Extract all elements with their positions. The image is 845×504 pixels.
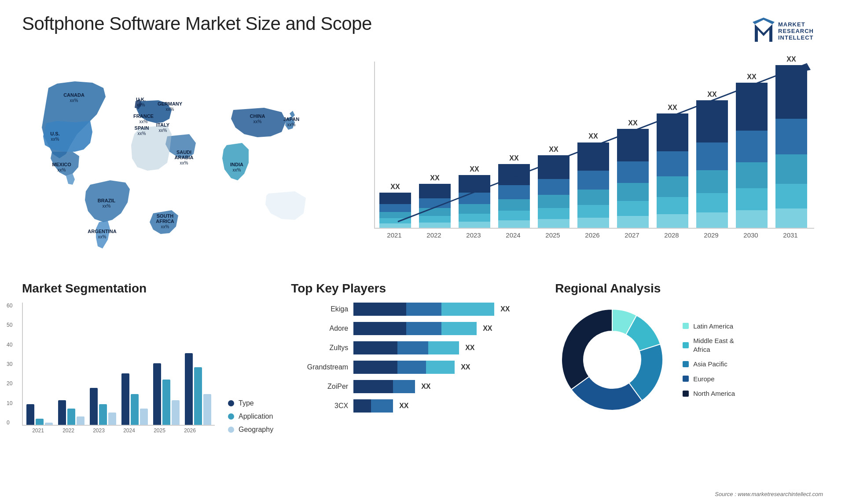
bar-segment [538,219,569,228]
regional-legend-item: Asia Pacific [683,360,735,369]
bar-segment [419,184,451,198]
bar-group-2027: XX [617,119,649,228]
seg-bar [203,394,211,425]
world-map-svg: CANADA xx% U.S. xx% MEXICO xx% BRAZIL xx… [22,57,330,268]
seg-x-labels: 202120222023202420252026 [22,427,215,434]
bar-segment [459,175,490,193]
bar-top-label-2025: XX [549,146,558,153]
player-xx-label: XX [500,305,510,313]
regional-legend-dot [683,361,689,367]
seg-bar-group-2025 [153,363,180,425]
bar-segment [419,216,451,223]
bar-segment [419,223,451,228]
player-bar-container: XX [353,341,474,354]
svg-text:ARGENTINA: ARGENTINA [88,229,116,234]
regional-title: Regional Analysis [555,281,823,296]
seg-y-10: 10 [7,400,12,406]
regional-legend-item: Latin America [683,322,735,331]
seg-bar [194,367,202,425]
player-name: 3CX [291,402,348,410]
svg-text:xx%: xx% [161,224,169,229]
bar-group-2025: XX [538,146,569,228]
bar-segment [577,171,609,190]
bar-chart-area: XXXXXXXXXXXXXXXXXXXXXX [374,62,814,229]
player-name: ZoiPer [291,383,348,391]
bar-segment [379,212,411,218]
seg-x-2023: 2023 [86,427,111,434]
seg-legend-label: Application [239,413,273,420]
bar-x-label-2031: 2031 [775,231,806,239]
bar-segment [617,129,649,161]
bar-top-label-2023: XX [470,165,479,173]
bar-segment [775,208,807,228]
regional-legend-dot [683,391,689,397]
source-text: Source : www.marketresearchintellect.com [715,491,823,497]
main-container: Softphone Software Market Size and Scope… [0,0,845,504]
svg-text:xx%: xx% [254,119,262,124]
player-name: Zultys [291,344,348,352]
seg-bar [140,409,148,425]
bar-segment [577,190,609,205]
seg-y-0: 0 [7,420,12,426]
bar-segment [459,214,490,222]
bar-segment [379,218,411,223]
bar-group-2029: XX [696,91,728,228]
seg-bar-group-2021 [26,404,53,425]
seg-bar [36,419,44,425]
bar-segment [617,183,649,201]
top-section: CANADA xx% U.S. xx% MEXICO xx% BRAZIL xx… [22,57,823,268]
bar-segment [736,210,768,228]
bar-segment [696,142,728,171]
bar-top-label-2026: XX [588,132,598,140]
bar-segment [736,83,768,131]
seg-x-2026: 2026 [177,427,202,434]
regional-section: Regional Analysis Latin AmericaMiddle Ea… [555,281,823,493]
svg-text:SOUTH: SOUTH [157,213,174,219]
bar-group-2030: XX [736,73,768,228]
regional-legend: Latin AmericaMiddle East & AfricaAsia Pa… [683,322,735,398]
player-xx-label: XX [483,325,492,332]
seg-bar [77,416,84,425]
bar-x-label-2028: 2028 [656,231,687,239]
player-name: Ekiga [291,305,348,313]
logo-box: MARKET RESEARCH INTELLECT [753,13,823,48]
seg-x-2022: 2022 [56,427,81,434]
logo-line2: RESEARCH [778,28,814,34]
logo-area: MARKET RESEARCH INTELLECT [753,13,823,48]
seg-legend-item: Application [228,413,273,420]
bar-segment [775,65,807,119]
svg-text:U.S.: U.S. [50,131,59,136]
svg-text:SPAIN: SPAIN [135,125,149,131]
seg-legend-item: Type [228,399,273,407]
donut-area: Latin AmericaMiddle East & AfricaAsia Pa… [555,303,823,417]
player-bar-container: XX [353,380,430,393]
bottom-section: Market Segmentation 60 50 40 30 20 10 0 [22,281,823,493]
svg-text:CHINA: CHINA [250,113,265,119]
svg-text:GERMANY: GERMANY [158,101,183,106]
seg-bar [90,388,98,425]
regional-legend-label: Europe [693,375,714,383]
bar-x-label-2022: 2022 [418,231,450,239]
bar-segment [775,154,807,184]
bar-segment [696,170,728,193]
bar-group-2023: XX [459,165,490,228]
seg-y-60: 60 [7,303,12,309]
bar-top-label-2027: XX [628,119,637,127]
bar-group-2028: XX [657,104,688,228]
bar-x-label-2027: 2027 [616,231,648,239]
svg-marker-0 [755,24,772,42]
player-xx-label: XX [465,344,474,352]
svg-text:xx%: xx% [287,122,296,127]
svg-text:xx%: xx% [140,119,148,124]
player-bar-container: XX [353,322,492,335]
bar-top-label-2030: XX [747,73,756,81]
bar-group-2026: XX [577,132,609,228]
seg-bar [162,380,170,425]
bar-segment [419,208,451,216]
bar-top-label-2031: XX [786,55,796,63]
svg-text:xx%: xx% [103,204,111,208]
bar-segment [617,161,649,183]
bar-segment [617,201,649,216]
bar-segment [736,131,768,163]
bar-segment [657,113,688,151]
